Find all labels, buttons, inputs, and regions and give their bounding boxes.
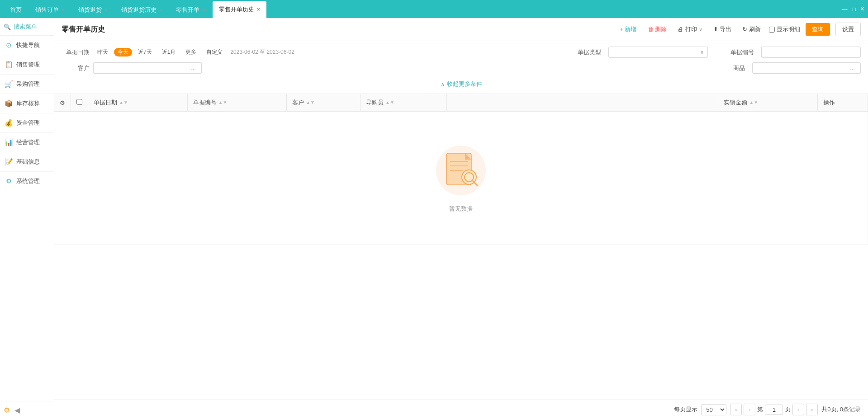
customer-select[interactable]: ... <box>93 62 202 74</box>
type-select-value <box>612 49 614 56</box>
per-page-select[interactable]: 50 10 20 100 <box>701 404 726 415</box>
empty-cell: 暂无数据 <box>54 112 868 245</box>
settings-icon[interactable]: ⚙ <box>4 406 10 414</box>
window-controls: — □ × <box>842 5 864 13</box>
add-button[interactable]: + 新增 <box>617 24 639 35</box>
collapse-filter-btn[interactable]: ∧ 收起更多条件 <box>62 78 861 90</box>
goods-ellipsis[interactable]: ... <box>848 65 857 71</box>
sidebar-item-库存核算[interactable]: 📦 库存核算 <box>0 94 54 113</box>
tab-close-icon[interactable]: × <box>159 7 162 13</box>
refresh-button[interactable]: ↻ 刷新 <box>740 24 764 35</box>
th-setting[interactable]: ⚙ <box>54 94 71 112</box>
sidebar-items: ⊙ 快捷导航📋 销售管理🛒 采购管理📦 库存核算💰 资金管理📊 经营管理📝 基础… <box>0 36 54 191</box>
tab-销售订单[interactable]: 销售订单× <box>29 2 71 18</box>
customer-ellipsis[interactable]: ... <box>189 65 198 71</box>
first-page-btn[interactable]: « <box>730 404 742 415</box>
customer-sort-icon: ▲▼ <box>306 100 315 105</box>
page-input[interactable] <box>765 405 783 415</box>
search-icon: 🔍 <box>4 24 11 30</box>
th-checkbox[interactable] <box>71 94 88 112</box>
tab-close-icon[interactable]: × <box>62 7 65 13</box>
toolbar: + 新增 🗑 删除 🖨 打印 ∨ ⬆ 导出 ↻ 刷新 显示明细 查询 设置 <box>617 23 861 36</box>
sidebar-item-label: 基础信息 <box>16 158 40 166</box>
sidebar-item-基础信息[interactable]: 📝 基础信息 <box>0 152 54 172</box>
th-action-label: 操作 <box>823 99 835 106</box>
th-guide-sort[interactable]: 导购员 ▲▼ <box>366 99 441 107</box>
sidebar: 🔍 搜索菜单 ⊙ 快捷导航📋 销售管理🛒 采购管理📦 库存核算💰 资金管理📊 经… <box>0 18 54 419</box>
sidebar-item-经营管理[interactable]: 📊 经营管理 <box>0 133 54 152</box>
number-input[interactable] <box>761 47 861 58</box>
th-amount-label: 实销金额 <box>724 99 747 107</box>
settings-button[interactable]: 设置 <box>835 23 861 36</box>
date-btn-7days[interactable]: 近7天 <box>134 47 156 57</box>
display-toggle[interactable]: 显示明细 <box>769 25 800 33</box>
tab-close-icon[interactable]: × <box>104 7 108 13</box>
display-toggle-label: 显示明细 <box>777 25 800 33</box>
tab-list: 首页销售订单×销货退货×销货退货历史×零售开单×零售开单历史× <box>4 0 842 18</box>
minimize-button[interactable]: — <box>842 6 848 13</box>
sidebar-item-销售管理[interactable]: 📋 销售管理 <box>0 55 54 75</box>
print-button[interactable]: 🖨 打印 ∨ <box>675 24 705 35</box>
page-nav: « ‹ 第 页 › » <box>730 404 818 415</box>
sidebar-item-资金管理[interactable]: 💰 资金管理 <box>0 113 54 133</box>
th-number-sort[interactable]: 单据编号 ▲▼ <box>193 99 281 107</box>
type-select[interactable]: ∨ <box>608 47 708 58</box>
pagination-bar: 每页显示 50 10 20 100 « ‹ 第 页 › » 共0页, 0条记录 <box>54 400 868 419</box>
sidebar-item-label: 资金管理 <box>16 119 40 127</box>
number-sort-icon: ▲▼ <box>218 100 228 105</box>
page-header: 零售开单历史 + 新增 🗑 删除 🖨 打印 ∨ ⬆ 导出 ↻ 刷新 显示明细 查… <box>54 18 868 41</box>
th-date-sort[interactable]: 单据日期 ▲▼ <box>94 99 182 107</box>
tab-零售开单历史[interactable]: 零售开单历史× <box>213 1 266 18</box>
sidebar-item-icon: ⊙ <box>5 41 13 49</box>
sidebar-item-快捷导航[interactable]: ⊙ 快捷导航 <box>0 36 54 55</box>
tab-close-icon[interactable]: × <box>202 7 205 13</box>
query-button[interactable]: 查询 <box>806 23 830 36</box>
sidebar-search-label: 搜索菜单 <box>14 23 37 31</box>
tab-label: 首页 <box>10 6 22 14</box>
tab-label: 销货退货历史 <box>121 6 157 14</box>
tab-label: 零售开单历史 <box>219 5 254 14</box>
per-page-label: 每页显示 <box>674 405 697 414</box>
total-info: 共0页, 0条记录 <box>821 405 861 414</box>
sidebar-item-icon: 📋 <box>5 61 13 69</box>
tab-销货退货历史[interactable]: 销货退货历史× <box>115 2 169 18</box>
goods-select[interactable]: ... <box>752 62 861 74</box>
sidebar-bottom: ⚙ ◀ <box>0 401 54 419</box>
sidebar-item-icon: 📊 <box>5 138 13 146</box>
sidebar-item-label: 系统管理 <box>16 177 40 185</box>
tab-零售开单[interactable]: 零售开单× <box>170 2 212 18</box>
sidebar-item-采购管理[interactable]: 🛒 采购管理 <box>0 75 54 94</box>
number-label: 单据编号 <box>726 48 758 56</box>
content-area: 零售开单历史 + 新增 🗑 删除 🖨 打印 ∨ ⬆ 导出 ↻ 刷新 显示明细 查… <box>54 18 868 419</box>
close-button[interactable]: × <box>860 5 864 13</box>
empty-illustration <box>434 143 488 198</box>
date-btn-custom[interactable]: 自定义 <box>202 47 227 57</box>
th-customer-label: 客户 <box>292 99 304 107</box>
last-page-btn[interactable]: » <box>806 404 818 415</box>
amount-sort-icon: ▲▼ <box>749 100 758 105</box>
display-detail-checkbox[interactable] <box>769 27 775 33</box>
empty-svg <box>434 143 488 198</box>
date-sort-icon: ▲▼ <box>119 100 128 105</box>
th-amount-sort[interactable]: 实销金额 ▲▼ <box>724 99 812 107</box>
export-button[interactable]: ⬆ 导出 <box>711 24 735 35</box>
tab-首页[interactable]: 首页 <box>4 2 28 18</box>
date-btn-yesterday[interactable]: 昨天 <box>93 47 112 57</box>
sidebar-search[interactable]: 🔍 搜索菜单 <box>0 18 54 36</box>
tab-销货退货[interactable]: 销货退货× <box>72 2 114 18</box>
delete-button[interactable]: 🗑 删除 <box>645 24 670 35</box>
date-btn-today[interactable]: 今天 <box>114 48 132 56</box>
th-customer: 客户 ▲▼ <box>287 94 360 112</box>
date-btn-more[interactable]: 更多 <box>181 47 200 57</box>
sidebar-item-icon: 📦 <box>5 99 13 108</box>
sidebar-item-系统管理[interactable]: ⚙ 系统管理 <box>0 172 54 191</box>
maximize-button[interactable]: □ <box>852 6 856 13</box>
select-all-checkbox[interactable] <box>76 99 82 105</box>
th-customer-sort[interactable]: 客户 ▲▼ <box>292 99 355 107</box>
next-page-btn[interactable]: › <box>792 404 804 415</box>
date-btn-1month[interactable]: 近1月 <box>158 47 180 57</box>
main-layout: 🔍 搜索菜单 ⊙ 快捷导航📋 销售管理🛒 采购管理📦 库存核算💰 资金管理📊 经… <box>0 18 868 419</box>
prev-page-btn[interactable]: ‹ <box>744 404 755 415</box>
tab-close-icon[interactable]: × <box>257 6 260 13</box>
collapse-sidebar-icon[interactable]: ◀ <box>14 406 20 414</box>
